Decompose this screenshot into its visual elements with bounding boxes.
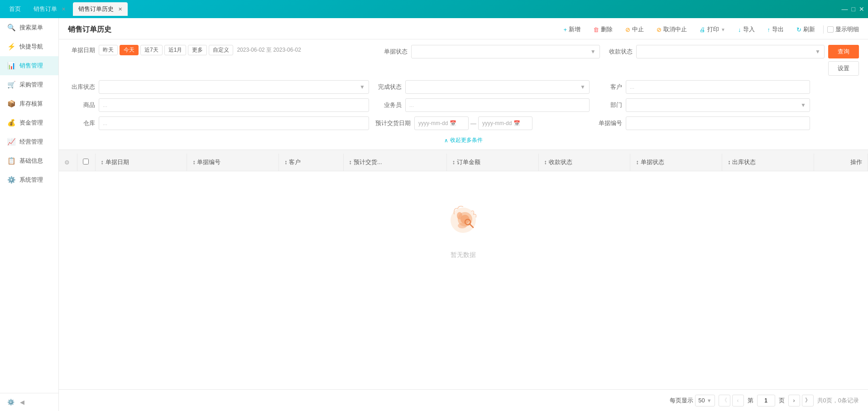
goods-input[interactable]: ... <box>99 98 369 112</box>
delete-icon: 🗑 <box>593 26 599 33</box>
window-controls: — □ ✕ <box>842 5 864 13</box>
delete-button[interactable]: 🗑 删除 <box>589 24 617 35</box>
minimize-icon[interactable]: — <box>842 5 848 13</box>
completion-status-select[interactable]: ▼ <box>405 80 590 94</box>
display-toggle-checkbox[interactable] <box>827 26 834 33</box>
collapse-up-icon: ∧ <box>444 137 448 144</box>
sidebar-item-sys-mgmt-label: 系统管理 <box>19 176 43 184</box>
tab-sales-order-history-label: 销售订单历史 <box>78 5 114 13</box>
select-all-checkbox[interactable] <box>83 159 89 164</box>
refresh-label: 刷新 <box>803 25 815 34</box>
salesperson-input[interactable]: ... <box>405 98 590 112</box>
page-size-selector: 每页显示 50 ▼ <box>670 395 715 406</box>
first-page-button[interactable]: 《 <box>719 395 730 406</box>
cancel-stop-button[interactable]: ⊘ 取消中止 <box>652 24 691 35</box>
query-buttons: 查询 设置 <box>828 45 859 76</box>
main-layout: 🔍 搜索菜单 ⚡ 快捷导航 📊 销售管理 🛒 采购管理 📦 库存核算 💰 资金管… <box>0 18 868 411</box>
refresh-button[interactable]: ↻ 刷新 <box>792 24 820 35</box>
print-button[interactable]: 🖨 打印 ▼ <box>695 24 730 35</box>
stop-button[interactable]: ⊘ 中止 <box>621 24 648 35</box>
sidebar: 🔍 搜索菜单 ⚡ 快捷导航 📊 销售管理 🛒 采购管理 📦 库存核算 💰 资金管… <box>0 18 59 411</box>
col-doc-no[interactable]: ↕ 单据编号 <box>187 154 279 171</box>
sidebar-item-quick-nav[interactable]: ⚡ 快捷导航 <box>0 37 58 56</box>
date-1month-btn[interactable]: 近1月 <box>164 45 187 55</box>
display-toggle-label: 显示明细 <box>835 25 859 34</box>
date-7days-btn[interactable]: 近7天 <box>140 45 163 55</box>
data-table: ⚙ ↕ 单据日期 ↕ 单据编号 ↕ 客户 <box>59 154 868 286</box>
col-checkbox[interactable] <box>77 154 95 171</box>
query-button[interactable]: 查询 <box>828 45 859 58</box>
quick-nav-icon: ⚡ <box>7 43 16 51</box>
col-settings[interactable]: ⚙ <box>59 154 77 171</box>
finance-icon: 💰 <box>7 119 16 127</box>
new-button[interactable]: + 新增 <box>559 24 585 35</box>
delivery-status-select[interactable]: ▼ <box>99 80 369 94</box>
col-order-amount[interactable]: ↕ 订单金额 <box>446 154 538 171</box>
next-page-button[interactable]: › <box>788 395 800 406</box>
date-custom-btn[interactable]: 自定义 <box>209 45 233 55</box>
tab-sales-order-history[interactable]: 销售订单历史 ✕ <box>73 2 128 16</box>
sidebar-item-purchase-mgmt[interactable]: 🛒 采购管理 <box>0 75 58 94</box>
col-delivery-status[interactable]: ↕ 出库状态 <box>722 154 814 171</box>
cancel-stop-icon: ⊘ <box>657 26 662 33</box>
current-page-input[interactable] <box>757 395 775 406</box>
sidebar-item-finance[interactable]: 💰 资金管理 <box>0 113 58 132</box>
col-doc-status[interactable]: ↕ 单据状态 <box>630 154 722 171</box>
sidebar-item-search-menu-label: 搜索菜单 <box>19 24 43 32</box>
col-customer[interactable]: ↕ 客户 <box>279 154 343 171</box>
sys-mgmt-icon: ⚙️ <box>7 176 16 184</box>
delivery-status-chevron-icon: ▼ <box>360 84 365 90</box>
display-toggle[interactable]: 显示明细 <box>827 25 859 34</box>
refresh-icon: ↻ <box>796 26 801 33</box>
order-no-input[interactable] <box>626 116 810 130</box>
sidebar-item-search-menu[interactable]: 🔍 搜索菜单 <box>0 18 58 37</box>
sidebar-collapse-icon[interactable]: ◀ <box>20 399 24 406</box>
tab-home[interactable]: 首页 <box>4 2 26 16</box>
sidebar-settings-icon[interactable]: ⚙️ <box>7 399 14 406</box>
delivery-date-start[interactable]: yyyy-mm-dd 📅 <box>414 116 469 130</box>
col-expected-delivery[interactable]: ↕ 预计交货... <box>343 154 446 171</box>
doc-status-chevron-icon: ▼ <box>590 48 596 55</box>
delivery-date-end[interactable]: yyyy-mm-dd 📅 <box>478 116 532 130</box>
tab-sales-order-close[interactable]: ✕ <box>62 6 66 12</box>
sidebar-item-finance-label: 资金管理 <box>19 119 43 127</box>
order-no-label: 单据编号 <box>595 119 622 127</box>
date-yesterday-btn[interactable]: 昨天 <box>99 45 118 55</box>
doc-status-select[interactable]: ▼ <box>411 45 599 58</box>
col-payment-status[interactable]: ↕ 收款状态 <box>538 154 630 171</box>
empty-state-row: 暂无数据 <box>59 171 868 287</box>
customer-label: 客户 <box>595 83 622 91</box>
maximize-icon[interactable]: □ <box>852 5 855 13</box>
page-header: 销售订单历史 + 新增 🗑 删除 ⊘ 中止 ⊘ 取消中止 <box>59 18 868 39</box>
close-window-icon[interactable]: ✕ <box>859 5 864 13</box>
import-icon: ↓ <box>738 26 741 33</box>
sidebar-item-inventory[interactable]: 📦 库存核算 <box>0 94 58 113</box>
customer-input[interactable]: ... <box>626 80 810 94</box>
date-more-btn[interactable]: 更多 <box>188 45 207 55</box>
col-doc-date[interactable]: ↕ 单据日期 <box>95 154 187 171</box>
last-page-button[interactable]: 》 <box>802 395 814 406</box>
collapse-more-btn[interactable]: ∧ 收起更多条件 <box>68 134 859 144</box>
top-bar: 首页 销售订单 ✕ 销售订单历史 ✕ — □ ✕ <box>0 0 868 18</box>
warehouse-input[interactable]: ... <box>99 116 369 130</box>
sidebar-item-base-info[interactable]: 📋 基础信息 <box>0 151 58 170</box>
date-today-btn[interactable]: 今天 <box>120 45 139 55</box>
sidebar-item-sales-mgmt-label: 销售管理 <box>19 62 43 70</box>
tab-sales-order[interactable]: 销售订单 ✕ <box>28 2 71 16</box>
page-size-box[interactable]: 50 ▼ <box>695 395 715 406</box>
tab-sales-order-history-close[interactable]: ✕ <box>118 6 122 12</box>
payment-status-select[interactable]: ▼ <box>636 45 825 58</box>
export-button[interactable]: ↑ 导出 <box>763 24 789 35</box>
empty-text: 暂无数据 <box>451 251 476 259</box>
table-settings-icon[interactable]: ⚙ <box>64 159 70 166</box>
date-dash: — <box>470 120 476 127</box>
sidebar-item-operations[interactable]: 📈 经营管理 <box>0 132 58 151</box>
sidebar-item-sales-mgmt[interactable]: 📊 销售管理 <box>0 56 58 75</box>
setting-button[interactable]: 设置 <box>828 61 859 76</box>
sidebar-item-sys-mgmt[interactable]: ⚙️ 系统管理 <box>0 170 58 189</box>
import-button[interactable]: ↓ 导入 <box>734 24 759 35</box>
department-select[interactable]: ▼ <box>626 98 810 112</box>
sidebar-item-operations-label: 经营管理 <box>19 138 43 146</box>
sales-mgmt-icon: 📊 <box>7 62 16 70</box>
prev-page-button[interactable]: ‹ <box>732 395 744 406</box>
